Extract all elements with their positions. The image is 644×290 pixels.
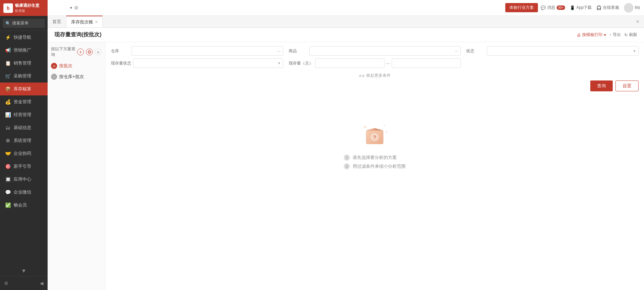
sidebar-item-label: 企业协同 bbox=[14, 150, 31, 157]
user-avatar-area[interactable]: Rit bbox=[624, 3, 640, 13]
status-dropdown-icon: ▾ bbox=[633, 49, 635, 53]
status-label: 状态 bbox=[466, 48, 485, 54]
schema-by-warehouse-batch[interactable]: ○ 按仓库+批次 bbox=[48, 71, 105, 82]
sidebar-item-wechat[interactable]: 💬 企业微信 bbox=[0, 186, 48, 199]
settings-icon-button[interactable]: ⚙ bbox=[3, 279, 10, 287]
app-logo: b bbox=[3, 3, 13, 13]
wechat-icon: 💬 bbox=[5, 189, 11, 195]
collapse-filters-button[interactable]: ∧∧ 收起更多条件 bbox=[111, 71, 639, 80]
inventory-icon: 📦 bbox=[5, 86, 11, 92]
query-button[interactable]: 查询 bbox=[590, 80, 613, 91]
sidebar-item-inventory[interactable]: 📦 库存核算 bbox=[0, 83, 48, 95]
message-action[interactable]: 💬 消息 99+ bbox=[541, 5, 565, 11]
sidebar-item-label: 库存核算 bbox=[14, 86, 31, 92]
product-dots[interactable]: ··· bbox=[453, 48, 461, 54]
user-name: Rit bbox=[635, 5, 640, 10]
sidebar-item-member[interactable]: ✅ 畅会员 bbox=[0, 199, 48, 212]
sales-icon: 📋 bbox=[5, 60, 11, 66]
export-button[interactable]: ↑ 导出 bbox=[609, 32, 621, 38]
product-input-container: ··· bbox=[309, 46, 461, 56]
warehouse-dots[interactable]: ··· bbox=[275, 48, 283, 54]
empty-tips: 1 请先选择要分析的方案 2 用过滤条件来缩小分析范围 bbox=[344, 155, 406, 169]
sidebar-item-basic[interactable]: 🗂 基础信息 bbox=[0, 121, 48, 134]
sidebar-footer: ⚙ ◀ bbox=[0, 276, 48, 290]
sidebar-item-sales[interactable]: 📋 销售管理 bbox=[0, 57, 48, 70]
warehouse-input[interactable] bbox=[132, 49, 275, 53]
inventory-qty-filter: 现存量（主） — bbox=[289, 58, 461, 68]
sidebar-scroll-down[interactable]: ▼ bbox=[0, 266, 48, 276]
collapse-icon: ∧∧ bbox=[359, 73, 365, 78]
inventory-qty-to[interactable] bbox=[392, 58, 461, 68]
sidebar-header: b 畅康通好生意 标准版 bbox=[0, 0, 48, 16]
sidebar-item-appstore[interactable]: 🔲 应用中心 bbox=[0, 173, 48, 186]
sidebar-search-section: 🔍 搜索菜单 bbox=[0, 16, 48, 31]
sidebar-item-label: 采购管理 bbox=[14, 73, 31, 79]
search-menu-button[interactable]: 🔍 搜索菜单 bbox=[3, 19, 45, 28]
export-icon: ↑ bbox=[609, 33, 611, 37]
sidebar-item-marketing[interactable]: 📢 营销推广 bbox=[0, 44, 48, 57]
schema-by-batch[interactable]: ⊙ 按批次 bbox=[48, 60, 105, 71]
settings-schema-button[interactable]: ⚙ bbox=[86, 49, 93, 55]
sidebar-item-label: 快捷导航 bbox=[14, 34, 31, 40]
schema-by-batch-icon: ⊙ bbox=[51, 63, 57, 69]
inventory-qty-from[interactable] bbox=[315, 58, 385, 68]
print-button[interactable]: 🖨 按模板打印 ▾ bbox=[577, 32, 606, 38]
tab-inventory-batch-label: 库存批次账 bbox=[71, 19, 93, 25]
empty-state: ? 1 请先选择要分析的方案 2 用过滤条件来缩小分析范围 bbox=[111, 95, 639, 190]
phone-icon: 📱 bbox=[570, 5, 575, 10]
sidebar-item-operation[interactable]: 📊 经营管理 bbox=[0, 108, 48, 121]
settings-button[interactable]: 设置 bbox=[615, 80, 639, 91]
gear-button[interactable]: ⚙ bbox=[74, 5, 79, 11]
collapse-panel-button[interactable]: « bbox=[95, 49, 102, 55]
tip-1-text: 请先选择要分析的方案 bbox=[353, 155, 397, 161]
avatar bbox=[624, 3, 633, 13]
status-select[interactable]: ▾ bbox=[487, 46, 639, 56]
refresh-button[interactable]: ↻ 刷新 bbox=[624, 32, 637, 38]
sidebar-item-label: 畅会员 bbox=[14, 202, 27, 208]
search-menu-label: 搜索菜单 bbox=[12, 20, 29, 26]
warehouse-input-container: ··· bbox=[132, 46, 283, 56]
product-filter: 商品 ··· bbox=[289, 46, 461, 56]
sidebar-item-label: 经营管理 bbox=[14, 112, 31, 118]
tab-home[interactable]: 首页 bbox=[48, 16, 66, 28]
print-icon: 🖨 bbox=[577, 33, 581, 37]
content-area: 现存量查询(按批次) 🖨 按模板打印 ▾ ↑ 导出 ↻ 刷新 bbox=[48, 28, 644, 290]
tab-home-label: 首页 bbox=[52, 19, 61, 25]
app-download-action[interactable]: 📱 App下载 bbox=[570, 5, 592, 11]
enterprise-icon: 🤝 bbox=[5, 150, 11, 157]
message-badge: 99+ bbox=[557, 5, 565, 10]
sidebar-item-purchase[interactable]: 🛒 采购管理 bbox=[0, 70, 48, 83]
inventory-status-select[interactable]: ▾ bbox=[133, 58, 283, 68]
sidebar-item-quick-nav[interactable]: ⚡ 快捷导航 bbox=[0, 31, 48, 44]
tabbar: 首页 库存批次账 × × bbox=[48, 16, 644, 28]
refresh-label: 刷新 bbox=[629, 32, 637, 38]
add-schema-button[interactable]: + bbox=[77, 49, 84, 55]
trial-button[interactable]: 体验行业方案 bbox=[505, 3, 538, 12]
member-icon: ✅ bbox=[5, 202, 11, 208]
qty-range-dash: — bbox=[386, 61, 390, 66]
sidebar-item-guide[interactable]: 🎯 新手引导 bbox=[0, 160, 48, 173]
action-bar: 查询 设置 bbox=[111, 80, 639, 91]
sidebar-item-label: 应用中心 bbox=[14, 176, 31, 182]
online-service-action[interactable]: 🎧 在线客服 bbox=[596, 5, 619, 11]
warehouse-label: 仓库 bbox=[111, 48, 130, 54]
print-dropdown-arrow: ▾ bbox=[604, 33, 606, 37]
breadcrumb-dropdown[interactable]: ▾ bbox=[70, 5, 72, 10]
marketing-icon: 📢 bbox=[5, 47, 11, 53]
sidebar-item-finance[interactable]: 💰 资金管理 bbox=[0, 95, 48, 108]
panel-close-button[interactable]: × bbox=[631, 19, 644, 25]
svg-marker-2 bbox=[375, 128, 383, 130]
page-actions: 🖨 按模板打印 ▾ ↑ 导出 ↻ 刷新 bbox=[577, 32, 637, 38]
collapse-sidebar-button[interactable]: ◀ bbox=[38, 279, 45, 287]
app-download-label: App下载 bbox=[576, 5, 592, 11]
schema-by-warehouse-batch-label: 按仓库+批次 bbox=[59, 74, 84, 80]
tab-inventory-batch[interactable]: 库存批次账 × bbox=[66, 16, 103, 28]
left-panel: 按以下方案查询 + ⚙ « ⊙ 按批次 ○ 按仓库+批次 bbox=[48, 42, 105, 290]
product-input[interactable] bbox=[310, 49, 453, 53]
sidebar-item-system[interactable]: ⚙ 系统管理 bbox=[0, 134, 48, 147]
tab-close-icon[interactable]: × bbox=[95, 20, 98, 24]
page-title: 现存量查询(按批次) bbox=[54, 31, 102, 38]
sidebar: b 畅康通好生意 标准版 🔍 搜索菜单 ⚡ 快捷导航 📢 营销推广 📋 销售管理… bbox=[0, 0, 48, 290]
sidebar-item-enterprise[interactable]: 🤝 企业协同 bbox=[0, 147, 48, 160]
schema-by-batch-label: 按批次 bbox=[59, 63, 72, 69]
